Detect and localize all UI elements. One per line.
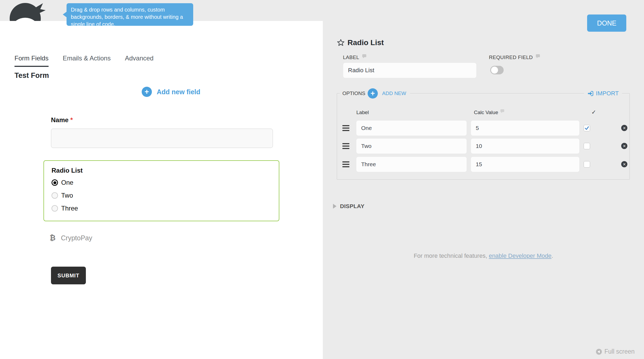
option-selected-checkbox-checked[interactable] [584, 125, 590, 131]
options-legend: OPTIONS [340, 88, 368, 99]
ninja-forms-logo-icon[interactable] [8, 2, 48, 21]
required-field-header: REQUIRED FIELD [489, 55, 540, 60]
required-asterisk: * [70, 116, 73, 124]
option-selected-checkbox[interactable] [584, 143, 590, 149]
option-label-input[interactable]: One [356, 120, 467, 136]
radio-unselected-icon[interactable] [52, 192, 58, 199]
drag-handle-icon[interactable] [342, 143, 349, 149]
form-title: Test Form [14, 71, 49, 80]
tooltip-text: Drag & drop rows and columns, custom bac… [71, 7, 183, 27]
tab-form-fields[interactable]: Form Fields [14, 55, 49, 66]
label-setting-header: LABEL [343, 55, 367, 60]
import-icon [587, 90, 594, 97]
import-button[interactable]: IMPORT [584, 88, 622, 99]
help-bubble-icon[interactable] [536, 54, 540, 59]
ninja-forms-builder: Drag & drop rows and columns, custom bac… [0, 0, 644, 359]
display-section-toggle[interactable]: DISPLAY [333, 203, 364, 209]
drag-handle-icon[interactable] [342, 125, 349, 131]
option-label-input[interactable]: Two [356, 138, 467, 154]
add-new-field-button[interactable]: + Add new field [142, 87, 200, 97]
developer-mode-footer: For more technical features, enable Deve… [323, 252, 644, 259]
chevron-right-icon [333, 204, 336, 209]
radio-list-field-selected[interactable]: Radio List One Two Three [43, 160, 279, 221]
drawer-title-text: Radio List [347, 38, 384, 47]
drawer-title: Radio List [337, 38, 384, 47]
plus-icon: + [368, 88, 378, 99]
help-bubble-icon[interactable] [500, 109, 504, 113]
required-field-toggle-off[interactable] [490, 66, 504, 74]
name-field-input[interactable] [51, 129, 273, 148]
full-screen-label: Full screen [605, 348, 635, 355]
done-button[interactable]: DONE [587, 14, 626, 32]
radio-selected-icon[interactable] [52, 179, 58, 186]
star-icon[interactable] [337, 39, 345, 47]
name-field-label: Name * [51, 116, 73, 124]
toggle-knob [491, 67, 498, 74]
add-new-label: ADD NEW [382, 90, 406, 96]
field-settings-drawer: DONE Radio List LABEL Radio List REQUIRE… [323, 0, 644, 359]
form-canvas: Form Fields Emails & Actions Advanced Te… [0, 21, 323, 359]
column-header-label: Label [356, 110, 369, 115]
display-section-label: DISPLAY [340, 203, 364, 209]
tab-advanced[interactable]: Advanced [125, 55, 153, 66]
column-header-calc-value: Calc Value [474, 110, 504, 115]
option-calc-input[interactable]: 5 [471, 120, 580, 136]
submit-button[interactable]: SUBMIT [51, 267, 86, 284]
radio-option-two[interactable]: Two [52, 192, 73, 199]
full-screen-button[interactable]: Full screen [596, 348, 635, 355]
builder-tabs: Form Fields Emails & Actions Advanced [14, 55, 153, 66]
radio-option-one[interactable]: One [52, 179, 73, 186]
bitcoin-icon: ₿ [50, 234, 56, 242]
radio-option-three[interactable]: Three [52, 205, 78, 212]
remove-option-icon[interactable]: ✕ [621, 161, 627, 167]
drag-handle-icon[interactable] [342, 161, 349, 167]
tab-emails-actions[interactable]: Emails & Actions [63, 55, 111, 66]
help-bubble-icon[interactable] [362, 54, 367, 59]
remove-option-icon[interactable]: ✕ [621, 125, 627, 131]
options-section: OPTIONS + ADD NEW IMPORT Label Calc Valu… [337, 93, 630, 180]
enable-developer-mode-link[interactable]: enable Developer Mode [489, 252, 552, 259]
option-calc-input[interactable]: 10 [471, 138, 580, 154]
cryptopay-label: CryptoPay [61, 234, 92, 242]
label-setting-input[interactable]: Radio List [343, 63, 477, 78]
radio-list-field-label: Radio List [52, 167, 83, 174]
option-label-input[interactable]: Three [356, 157, 467, 172]
option-selected-checkbox[interactable] [584, 161, 590, 168]
option-calc-input[interactable]: 15 [471, 157, 580, 172]
add-new-field-label: Add new field [157, 88, 200, 96]
remove-option-icon[interactable]: ✕ [621, 143, 627, 149]
tooltip-arrow-left [63, 12, 67, 17]
plus-icon: + [142, 87, 152, 97]
column-header-selected: ✓ [591, 109, 596, 115]
back-arrow-icon [596, 349, 602, 355]
import-label: IMPORT [596, 90, 619, 97]
cryptopay-field[interactable]: ₿ CryptoPay [50, 234, 92, 242]
add-new-option-button[interactable]: + ADD NEW [367, 88, 410, 99]
radio-unselected-icon[interactable] [52, 205, 58, 212]
drag-drop-tooltip: Drag & drop rows and columns, custom bac… [67, 3, 193, 26]
